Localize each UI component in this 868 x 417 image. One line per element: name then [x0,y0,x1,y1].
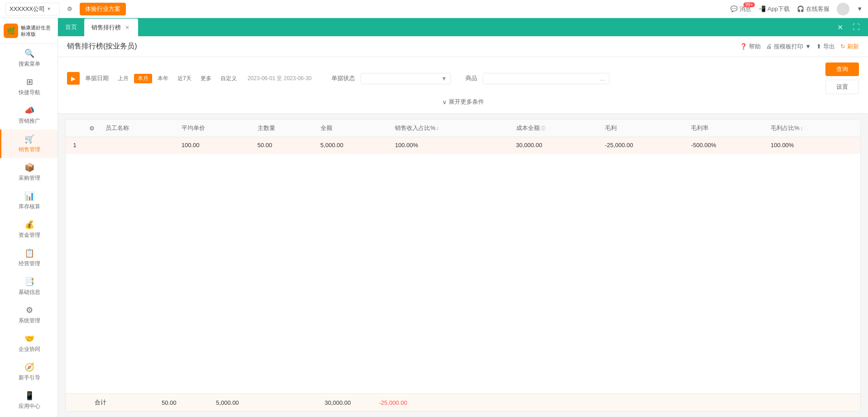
query-button[interactable]: 查询 [825,62,859,76]
sidebar-label-marketing: 营销推广 [19,117,40,125]
th-rank [66,120,84,137]
logo-icon: 🌿 [4,24,18,38]
td-cost: 30,000.00 [511,137,599,153]
sidebar-label-finance: 资金管理 [19,231,40,239]
expand-more-row: ∨ 展开更多条件 [67,94,859,108]
collab-icon: 🤝 [24,334,34,344]
sidebar-item-basic[interactable]: 📑 基础信息 [0,272,58,301]
date-shortcut-custom[interactable]: 自定义 [217,74,240,83]
date-shortcut-7days[interactable]: 近7天 [174,74,195,83]
tab-fullscreen-button[interactable]: ⛶ [850,21,863,34]
date-shortcut-this-year[interactable]: 本年 [154,74,172,83]
goods-filter-label: 商品 [465,74,477,82]
td-settings-cell [84,137,100,153]
tab-close-button[interactable]: ✕ [124,24,131,31]
company-selector[interactable]: XXXXXX公司 ▼ [5,3,60,15]
user-name: ▼ [857,5,863,12]
filter-bar: ▶ 单据日期 上月 本月 本年 近7天 更多 自定义 2023-06-01 至 … [58,57,868,114]
print-button[interactable]: 🖨 按模板打印 ▼ [766,43,811,51]
user-name-area[interactable]: ▼ [857,5,863,12]
tab-close-all-button[interactable]: ✕ [834,21,846,34]
search-icon: 🔍 [24,48,34,58]
top-right-area: 💬 消息 99+ 📲 App下载 🎧 在线客服 ▼ [730,3,863,15]
table-body: 1100.0050.005,000.00100.00%30,000.00-25,… [66,137,860,153]
sidebar-label-guide: 新手引导 [19,374,40,382]
purchase-icon: 📦 [24,163,34,173]
sidebar-item-guide[interactable]: 🧭 新手引导 [0,358,58,386]
export-button[interactable]: ⬆ 导出 [816,43,835,51]
sidebar-item-mgmt[interactable]: 📋 经营管理 [0,244,58,272]
sidebar-item-search[interactable]: 🔍 搜索菜单 [0,44,58,72]
td-amount: 5,000.00 [315,137,390,153]
th-gross-pct[interactable]: 毛利占比% ↕ [765,120,860,137]
status-filter-select[interactable]: ▼ [360,73,451,84]
sidebar-item-marketing[interactable]: 📣 营销推广 [0,101,58,129]
sidebar-item-inventory[interactable]: 📊 库存核算 [0,187,58,215]
filter-row-1: ▶ 单据日期 上月 本月 本年 近7天 更多 自定义 2023-06-01 至 … [67,62,859,94]
sidebar-item-purchase[interactable]: 📦 采购管理 [0,158,58,187]
sidebar-label-purchase: 采购管理 [19,174,40,182]
app-download-button[interactable]: 📲 App下载 [758,5,790,13]
date-range-display: 2023-06-01 至 2023-06-30 [248,75,312,82]
sidebar-item-finance[interactable]: 💰 资金管理 [0,215,58,244]
app-label: App下载 [767,5,790,13]
filter-expand-toggle[interactable]: ▶ [67,72,80,85]
sidebar-item-system[interactable]: ⚙ 系统管理 [0,301,58,329]
date-shortcut-more[interactable]: 更多 [197,74,215,83]
company-name: XXXXXX公司 [10,5,45,13]
date-shortcuts: 上月 本月 本年 近7天 更多 自定义 [114,74,240,83]
user-avatar[interactable] [837,3,849,15]
sidebar-label-quicknav: 快捷导航 [19,89,40,96]
page-title: 销售排行榜(按业务员) [67,42,137,51]
online-service-button[interactable]: 🎧 在线客服 [797,5,830,13]
td-gross-rate: -500.00% [686,137,765,153]
footer-label: 合计 [71,398,162,407]
marketing-icon: 📣 [24,105,34,115]
th-quantity: 主数量 [252,120,315,137]
th-sales-pct[interactable]: 销售收入占比% ↕ [389,120,510,137]
column-settings-button[interactable]: 设置 [825,80,859,94]
help-icon: ❓ [740,43,747,50]
sales-pct-sort-icon[interactable]: ↕ [436,125,439,131]
message-button[interactable]: 💬 消息 99+ [730,5,751,13]
goods-filter-select[interactable]: … [483,73,609,84]
expand-more-button[interactable]: ∨ 展开更多条件 [442,98,484,106]
sidebar-item-collab[interactable]: 🤝 企业协同 [0,329,58,358]
sidebar-label-apps: 应用中心 [19,403,40,410]
sidebar-item-wechat[interactable]: 💬 企业微信 [0,415,58,417]
main-layout: 🌿 畅康通好生意 标准版 🔍 搜索菜单 ⊞ 快捷导航 📣 营销推广 🛒 销售管理… [0,18,868,417]
table-row: 1100.0050.005,000.00100.00%30,000.00-25,… [66,137,860,153]
sidebar-item-sales[interactable]: 🛒 销售管理 [0,129,58,158]
tab-sales-ranking[interactable]: 销售排行榜 ✕ [84,19,138,37]
service-icon: 🎧 [797,5,804,12]
table-header-row: ⚙ 员工名称 平均单价 主数量 [66,120,860,137]
th-settings[interactable]: ⚙ [84,120,100,137]
mgmt-icon: 📋 [24,248,34,258]
sidebar-label-mgmt: 经营管理 [19,260,40,268]
help-button[interactable]: ❓ 帮助 [740,43,761,51]
top-settings-button[interactable]: ⚙ [63,3,76,15]
logo-area: 🌿 畅康通好生意 标准版 [0,18,58,44]
page-content: 销售排行榜(按业务员) ❓ 帮助 🖨 按模板打印 ▼ ⬆ 导出 [58,36,868,417]
guide-icon: 🧭 [24,362,34,372]
tab-actions: ✕ ⛶ [834,21,868,34]
refresh-button[interactable]: ↻ 刷新 [840,43,859,51]
tab-home[interactable]: 首页 [58,18,84,36]
date-shortcut-this-month[interactable]: 本月 [134,74,152,83]
sidebar-item-apps[interactable]: 📱 应用中心 [0,386,58,415]
footer-sales-pct [270,399,325,406]
refresh-icon: ↻ [840,43,845,50]
quicknav-icon: ⊞ [26,77,33,87]
content-area: 首页 销售排行榜 ✕ ✕ ⛶ 销售排行榜(按业务员) ❓ 帮助 [58,18,868,417]
gross-pct-sort-icon[interactable]: ↕ [801,125,803,131]
date-shortcut-last-month[interactable]: 上月 [114,74,132,83]
tab-home-label: 首页 [65,23,77,31]
query-settings-area: 查询 设置 [825,62,859,94]
th-gross-rate: 毛利率 [686,120,765,137]
tab-sales-ranking-label: 销售排行榜 [91,24,121,32]
sidebar-label-inventory: 库存核算 [19,203,40,211]
trial-button[interactable]: 体验行业方案 [80,3,126,15]
top-bar: XXXXXX公司 ▼ ⚙ 体验行业方案 💬 消息 99+ 📲 App下载 🎧 在… [0,0,868,18]
sidebar-item-quicknav[interactable]: ⊞ 快捷导航 [0,72,58,101]
cost-info-icon[interactable]: ⓘ [541,125,546,132]
